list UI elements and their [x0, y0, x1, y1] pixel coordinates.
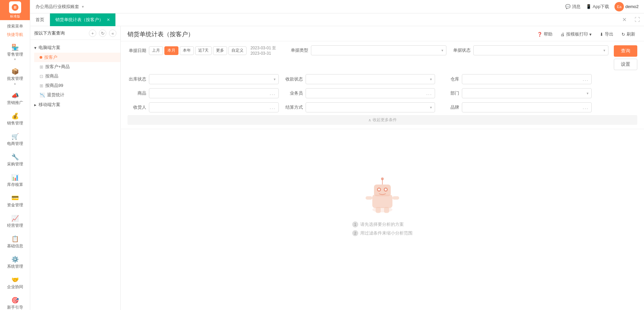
sidebar-item-marketing[interactable]: 📣 营销推广: [0, 89, 30, 109]
print-icon: 🖨: [560, 32, 565, 37]
out-status-input[interactable]: ▾: [149, 74, 279, 84]
date-btn-this-year[interactable]: 本年: [180, 46, 194, 55]
date-range-text: 2023-03-01 至 2023-03-31: [251, 45, 284, 56]
tree-group-mobile[interactable]: ▸ 移动端方案: [30, 100, 120, 110]
tab-home[interactable]: 首页: [30, 13, 50, 26]
settlement-label: 结算方式: [284, 104, 303, 110]
sidebar-item-sales[interactable]: 💰 销售管理: [0, 109, 30, 130]
message-icon: 💬: [565, 4, 571, 9]
doc-type-input[interactable]: ▾: [311, 45, 446, 55]
sidebar-item-enterprise[interactable]: 🤝 企业协同: [0, 273, 30, 293]
tab-close-icon[interactable]: ✕: [107, 17, 110, 22]
by-customer-product-icon: ⊞: [40, 64, 43, 69]
filter-area: 单据日期 上月 本月 本年 近7天 更多 自定义 2023-03-01 至 20…: [121, 41, 644, 129]
tabs-bar: 首页 销货单统计表（按客户） ✕ ✕ ⛶: [30, 13, 644, 26]
doc-type-arrow: ▾: [441, 48, 443, 53]
brand-input[interactable]: ...: [462, 102, 592, 112]
sidebar-item-basic[interactable]: 📋 基础信息: [0, 232, 30, 252]
by-product-icon: ⊡: [40, 74, 43, 79]
warehouse-input[interactable]: ...: [462, 74, 592, 84]
sidebar-item-newbie[interactable]: 🎯 新手引导: [0, 293, 30, 310]
date-btn-more[interactable]: 更多: [213, 46, 227, 55]
help-btn[interactable]: ❓ 帮助: [535, 31, 554, 38]
doc-type-label: 单据类型: [289, 47, 308, 53]
settings-button[interactable]: 设置: [614, 59, 637, 70]
sidebar-item-purchase[interactable]: 🔧 采购管理: [0, 150, 30, 170]
tree-item-by-product99[interactable]: ⊞ 按商品99: [34, 81, 120, 90]
product-label: 商品: [127, 90, 146, 96]
refresh-icon: ↻: [622, 32, 625, 37]
ecommerce-icon: 🛒: [11, 133, 19, 140]
query-button[interactable]: 查询: [614, 45, 637, 57]
receipt-status-input[interactable]: ▾: [306, 74, 435, 84]
settlement-input[interactable]: ▾: [306, 102, 435, 112]
refresh-btn[interactable]: ↻ 刷新: [620, 31, 637, 38]
collapse-bar[interactable]: ∧ 收起更多条件: [127, 115, 637, 125]
finance-icon: 💳: [11, 194, 19, 202]
salesperson-input[interactable]: ...: [306, 88, 435, 98]
content-area: 按以下方案查询 + ↻ « ▾ 电脑端方案 按客户: [30, 26, 644, 310]
date-btn-last-month[interactable]: 上月: [149, 46, 163, 55]
tree-item-return-stats[interactable]: 📉 退货统计: [34, 90, 120, 100]
tree-group-desktop[interactable]: ▾ 电脑端方案: [30, 43, 120, 53]
svg-rect-12: [384, 207, 389, 213]
download-icon: 📱: [586, 4, 591, 9]
svg-rect-10: [392, 196, 399, 200]
page-title: 销货单统计表（按客户）: [127, 30, 194, 38]
product-dots: ...: [270, 91, 276, 96]
receiver-dots: ...: [270, 105, 276, 110]
user-info[interactable]: Ea demo2: [614, 2, 639, 11]
brand-label: 品牌: [440, 104, 459, 110]
sales-stats-tab-label: 销货单统计表（按客户）: [55, 17, 103, 23]
tab-close-all-btn[interactable]: ✕: [618, 16, 631, 23]
department-input[interactable]: ▾: [462, 88, 592, 98]
app-logo: 标准版: [0, 0, 30, 20]
print-btn[interactable]: 🖨 按模板打印 ▾: [558, 31, 594, 38]
receiver-label: 收货人: [127, 104, 146, 110]
date-btn-7days[interactable]: 近7天: [195, 46, 212, 55]
refresh-scheme-btn[interactable]: ↻: [99, 30, 106, 37]
user-name: demo2: [625, 4, 639, 9]
header-left: 办公用品行业模拟账套 ▾: [36, 4, 84, 10]
main-content: 办公用品行业模拟账套 ▾ 💬 消息 📱 App下载 Ea demo2 首页: [30, 0, 644, 310]
system-icon: ⚙️: [11, 256, 19, 263]
product-input[interactable]: ...: [149, 88, 279, 98]
sidebar-item-inventory[interactable]: 📊 库存核算: [0, 170, 30, 191]
sidebar-item-system[interactable]: ⚙️ 系统管理: [0, 252, 30, 273]
app-subtitle: 标准版: [10, 14, 20, 19]
search-menu[interactable]: 搜索菜单: [0, 20, 30, 31]
print-dropdown-arrow[interactable]: ▾: [589, 32, 592, 37]
receiver-input[interactable]: ...: [149, 102, 279, 112]
date-btn-custom[interactable]: 自定义: [228, 46, 247, 55]
sidebar-item-business[interactable]: 📈 经营管理: [0, 211, 30, 232]
tree-item-by-customer[interactable]: 按客户: [34, 53, 120, 62]
sidebar-item-wholesale[interactable]: 📦 批发管理 ▴: [0, 64, 30, 89]
export-btn[interactable]: ⬇ 导出: [598, 31, 615, 38]
sidebar-item-ecommerce[interactable]: 🛒 电商管理: [0, 130, 30, 150]
svg-rect-1: [372, 195, 392, 208]
add-scheme-btn[interactable]: +: [89, 30, 96, 37]
sidebar-nav: 🏪 零售管理 ▾ 📦 批发管理 ▴ 📣 营销推广 💰 销售管理 🛒 电商管理 🔧…: [0, 40, 30, 310]
doc-status-input[interactable]: ▾: [473, 45, 608, 55]
sidebar-item-retail[interactable]: 🏪 零售管理 ▾: [0, 40, 30, 64]
by-customer-bullet: [40, 56, 42, 59]
tree-item-by-product[interactable]: ⊡ 按商品: [34, 71, 120, 81]
tree-item-by-customer-product[interactable]: ⊞ 按客户+商品: [34, 62, 120, 71]
settlement-arrow: ▾: [430, 105, 432, 110]
sales-icon: 💰: [11, 112, 19, 120]
left-panel-title: 按以下方案查询: [34, 30, 65, 36]
collapse-panel-btn[interactable]: «: [109, 30, 116, 37]
message-btn[interactable]: 💬 消息: [565, 4, 581, 10]
app-download-btn[interactable]: 📱 App下载: [586, 4, 609, 10]
tip-text-2: 用过滤条件来缩小分析范围: [360, 230, 413, 236]
tab-maximize-btn[interactable]: ⛶: [631, 17, 644, 23]
date-btn-this-month[interactable]: 本月: [164, 46, 178, 55]
quick-nav[interactable]: 快捷导航: [0, 31, 30, 40]
sidebar-item-finance[interactable]: 💳 资金管理: [0, 191, 30, 211]
tab-sales-stats[interactable]: 销货单统计表（按客户） ✕: [50, 13, 116, 26]
filter-brand: 品牌 ...: [440, 102, 592, 112]
account-dropdown-icon[interactable]: ▾: [82, 4, 84, 9]
retail-arrow: ▾: [14, 57, 16, 61]
brand-dots: ...: [583, 105, 589, 110]
filter-product: 商品 ...: [127, 88, 279, 98]
